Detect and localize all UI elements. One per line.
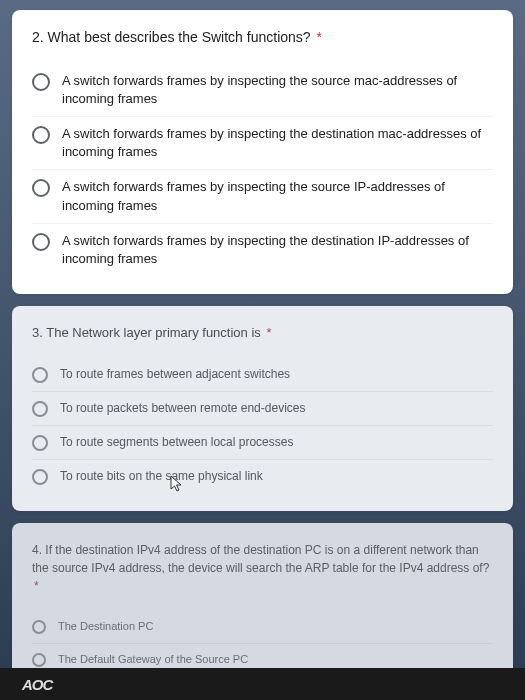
question-number: 2. [32,29,44,45]
required-mark: * [317,29,322,45]
option-label: The Default Gateway of the Source PC [58,652,493,667]
option-row[interactable]: A switch forwards frames by inspecting t… [32,117,493,170]
question-title: 3. The Network layer primary function is… [32,324,493,342]
question-card-3: 3. The Network layer primary function is… [12,306,513,511]
radio-icon[interactable] [32,73,50,91]
radio-icon[interactable] [32,179,50,197]
radio-icon[interactable] [32,435,48,451]
radio-icon[interactable] [32,620,46,634]
option-label: A switch forwards frames by inspecting t… [62,178,493,214]
question-number: 3. [32,325,43,340]
radio-icon[interactable] [32,367,48,383]
option-label: To route segments between local processe… [60,434,493,451]
option-label: To route frames between adjacent switche… [60,366,493,383]
question-text: What best describes the Switch functions… [48,29,311,45]
option-row[interactable]: To route segments between local processe… [32,426,493,460]
required-mark: * [34,579,39,593]
question-card-2: 2. What best describes the Switch functi… [12,10,513,294]
question-title: 4. If the destination IPv4 address of th… [32,541,493,595]
radio-icon[interactable] [32,469,48,485]
option-row[interactable]: To route bits on the same physical link [32,460,493,493]
required-mark: * [266,325,271,340]
question-text: If the destination IPv4 address of the d… [32,543,489,575]
option-label: A switch forwards frames by inspecting t… [62,232,493,268]
monitor-logo: AOC [22,676,52,693]
option-row[interactable]: A switch forwards frames by inspecting t… [32,64,493,117]
option-row[interactable]: To route frames between adjacent switche… [32,358,493,392]
question-title: 2. What best describes the Switch functi… [32,28,493,48]
option-row[interactable]: A switch forwards frames by inspecting t… [32,170,493,223]
radio-icon[interactable] [32,126,50,144]
option-label: To route bits on the same physical link [60,468,493,485]
radio-icon[interactable] [32,401,48,417]
option-label: A switch forwards frames by inspecting t… [62,125,493,161]
option-label: To route packets between remote end-devi… [60,400,493,417]
radio-icon[interactable] [32,653,46,667]
option-row[interactable]: To route packets between remote end-devi… [32,392,493,426]
option-row[interactable]: A switch forwards frames by inspecting t… [32,224,493,276]
option-row[interactable]: The Destination PC [32,611,493,643]
question-number: 4. [32,543,42,557]
question-text: The Network layer primary function is [46,325,261,340]
option-label: A switch forwards frames by inspecting t… [62,72,493,108]
radio-icon[interactable] [32,233,50,251]
monitor-bezel: AOC [0,668,525,700]
option-label: The Destination PC [58,619,493,634]
